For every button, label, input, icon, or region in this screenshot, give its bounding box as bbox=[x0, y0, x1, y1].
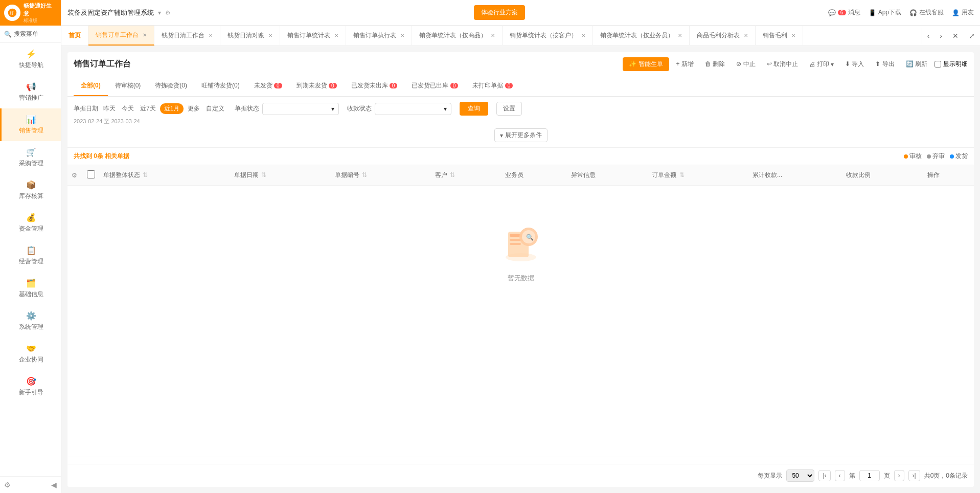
customer-sort-icon[interactable]: ⇅ bbox=[450, 171, 455, 178]
add-button[interactable]: + 新增 bbox=[672, 58, 698, 71]
app-download-item[interactable]: 📱 App下载 bbox=[869, 8, 901, 17]
settings-gear-icon[interactable]: ⚙ bbox=[4, 481, 11, 489]
tab-sales-customer[interactable]: 销货单统计表（按客户） ✕ bbox=[503, 26, 593, 45]
sub-tab-pending-inspection[interactable]: 待拣验货(0) bbox=[148, 76, 194, 96]
industry-solution-button[interactable]: 体验行业方案 bbox=[474, 5, 525, 20]
sub-tab-wangpu[interactable]: 旺铺待发货(0) bbox=[194, 76, 247, 96]
content-wrapper: 销售订单工作台 ✨ 智能生单 + 新增 🗑 删除 ⊘ 中止 ↩ 取消中止 🖨 打… bbox=[67, 52, 974, 487]
tab-close-all-button[interactable]: ✕ bbox=[947, 28, 964, 44]
sales-workbench-tab-label: 销售订单工作台 bbox=[96, 31, 139, 39]
ship-action-button[interactable]: 发货 bbox=[950, 152, 968, 161]
number-sort-icon[interactable]: ⇅ bbox=[362, 171, 367, 178]
online-service-item[interactable]: 🎧 在线客服 bbox=[909, 8, 944, 17]
sub-tab-not-printed[interactable]: 未打印单据 0 bbox=[465, 76, 520, 96]
sales-exec-tab-close[interactable]: ✕ bbox=[400, 33, 404, 38]
collapse-icon[interactable]: ◀ bbox=[51, 481, 57, 489]
sidebar-item-system[interactable]: ⚙️ 系统管理 bbox=[0, 305, 61, 338]
sales-product-tab-close[interactable]: ✕ bbox=[491, 33, 495, 38]
tab-sales-workbench[interactable]: 销售订单工作台 ✕ bbox=[88, 26, 154, 46]
payment-filter-select[interactable]: ▾ bbox=[375, 103, 451, 115]
sidebar-item-guide[interactable]: 🎯 新手引导 bbox=[0, 370, 61, 403]
date-sort-icon[interactable]: ⇅ bbox=[261, 171, 266, 178]
cancel-audit-action-button[interactable]: 弃审 bbox=[927, 152, 945, 161]
sidebar-item-quicknav[interactable]: ⚡ 快捷导航 bbox=[0, 43, 61, 76]
sub-tab-pending[interactable]: 待审核(0) bbox=[108, 76, 148, 96]
status-filter-select[interactable]: ▾ bbox=[262, 103, 339, 115]
delete-button[interactable]: 🗑 删除 bbox=[701, 58, 729, 71]
tab-scroll-next-button[interactable]: › bbox=[935, 28, 947, 44]
tab-sales-product[interactable]: 销货单统计表（按商品） ✕ bbox=[412, 26, 503, 45]
sales-profit-tab-close[interactable]: ✕ bbox=[791, 33, 795, 38]
sub-tab-wangpu-label: 旺铺待发货(0) bbox=[201, 82, 240, 89]
system-title-dropdown-icon[interactable]: ▾ bbox=[158, 9, 161, 16]
tab-expand-button[interactable]: ⤢ bbox=[964, 28, 980, 44]
tab-gross-profit[interactable]: 商品毛利分析表 ✕ bbox=[690, 26, 756, 45]
tab-sales-profit[interactable]: 销售毛利 ✕ bbox=[756, 26, 803, 45]
show-detail-label[interactable]: 显示明细 bbox=[935, 60, 968, 69]
sidebar-item-basic[interactable]: 🗂️ 基础信息 bbox=[0, 272, 61, 305]
sidebar-item-sales[interactable]: 📊 销售管理 bbox=[0, 108, 61, 141]
date-opt-yesterday[interactable]: 昨天 bbox=[101, 103, 118, 114]
per-page-select[interactable]: 10 20 50 100 bbox=[786, 469, 814, 482]
gross-profit-tab-close[interactable]: ✕ bbox=[744, 33, 748, 38]
sub-tab-shipped-warehoused[interactable]: 已发货已出库 0 bbox=[404, 76, 465, 96]
horizontal-scrollbar-area[interactable] bbox=[67, 457, 974, 464]
page-first-button[interactable]: |‹ bbox=[818, 470, 830, 481]
user-item[interactable]: 👤 用友 bbox=[952, 8, 974, 17]
page-last-button[interactable]: ›| bbox=[908, 470, 920, 481]
amount-sort-icon[interactable]: ⇅ bbox=[679, 171, 685, 178]
sidebar-item-inventory[interactable]: 📦 库存核算 bbox=[0, 174, 61, 207]
top-header: 装备及固定资产辅助管理系统 ▾ ⚙ 体验行业方案 💬 6 消息 📱 App下载 … bbox=[61, 0, 980, 26]
sidebar-item-marketing[interactable]: 📢 营销推广 bbox=[0, 76, 61, 108]
page-next-button[interactable]: › bbox=[894, 470, 904, 481]
cancel-stop-button[interactable]: ↩ 取消中止 bbox=[763, 58, 802, 71]
page-prev-button[interactable]: ‹ bbox=[835, 470, 845, 481]
select-all-checkbox[interactable] bbox=[87, 170, 95, 178]
date-opt-today[interactable]: 今天 bbox=[120, 103, 136, 114]
status-sort-icon[interactable]: ⇅ bbox=[143, 171, 148, 178]
sub-tab-all[interactable]: 全部(0) bbox=[74, 76, 108, 96]
stop-button[interactable]: ⊘ 中止 bbox=[732, 58, 759, 71]
tab-sales-stats[interactable]: 销售订单统计表 ✕ bbox=[280, 26, 346, 45]
refresh-button[interactable]: 🔄 刷新 bbox=[902, 58, 931, 71]
tab-home[interactable]: 首页 bbox=[61, 26, 88, 45]
sales-salesperson-tab-close[interactable]: ✕ bbox=[678, 33, 682, 38]
th-salesperson: 业务员 bbox=[501, 165, 567, 186]
sub-tab-not-shipped[interactable]: 未发货 0 bbox=[247, 76, 289, 96]
smart-create-button[interactable]: ✨ 智能生单 bbox=[623, 57, 669, 71]
sales-workbench-tab-close[interactable]: ✕ bbox=[143, 32, 147, 38]
show-detail-checkbox[interactable] bbox=[935, 61, 941, 68]
tab-cash-daily[interactable]: 钱货日清工作台 ✕ bbox=[154, 26, 220, 45]
settings-icon[interactable]: ⚙ bbox=[165, 9, 171, 16]
sidebar-item-operations[interactable]: 📋 经营管理 bbox=[0, 239, 61, 272]
tab-sales-salesperson[interactable]: 销货单统计表（按业务员） ✕ bbox=[593, 26, 690, 45]
import-button[interactable]: ⬇ 导入 bbox=[841, 58, 868, 71]
query-button[interactable]: 查询 bbox=[460, 102, 488, 116]
settings-button[interactable]: 设置 bbox=[496, 102, 522, 116]
export-button[interactable]: ⬆ 导出 bbox=[871, 58, 898, 71]
sidebar-search-item[interactable]: 🔍 搜索菜单 bbox=[0, 26, 61, 43]
column-settings-icon[interactable]: ⚙ bbox=[72, 172, 77, 179]
expand-filter-button[interactable]: ▾ 展开更多条件 bbox=[494, 128, 548, 142]
sidebar-item-purchase[interactable]: 🛒 采购管理 bbox=[0, 141, 61, 174]
tab-scroll-prev-button[interactable]: ‹ bbox=[922, 28, 935, 44]
tab-cash-reconcile[interactable]: 钱货日清对账 ✕ bbox=[220, 26, 280, 45]
date-opt-7days[interactable]: 近7天 bbox=[138, 103, 158, 114]
print-button[interactable]: 🖨 打印 ▾ bbox=[805, 58, 838, 71]
cash-daily-tab-close[interactable]: ✕ bbox=[209, 33, 213, 38]
sub-tab-overdue[interactable]: 到期未发货 0 bbox=[289, 76, 344, 96]
cash-reconcile-tab-close[interactable]: ✕ bbox=[268, 33, 272, 38]
sales-customer-tab-close[interactable]: ✕ bbox=[581, 33, 585, 38]
sidebar-item-finance[interactable]: 💰 资金管理 bbox=[0, 207, 61, 239]
per-page-label: 每页显示 bbox=[758, 472, 782, 480]
date-opt-1month[interactable]: 近1月 bbox=[160, 103, 184, 114]
sales-stats-tab-close[interactable]: ✕ bbox=[334, 33, 338, 38]
date-opt-more[interactable]: 更多 bbox=[186, 103, 202, 114]
page-number-input[interactable] bbox=[859, 470, 880, 481]
tab-sales-exec[interactable]: 销售订单执行表 ✕ bbox=[346, 26, 412, 45]
date-opt-custom[interactable]: 自定义 bbox=[204, 103, 226, 114]
audit-action-button[interactable]: 审核 bbox=[904, 152, 922, 161]
sidebar-item-corp[interactable]: 🤝 企业协同 bbox=[0, 338, 61, 370]
message-item[interactable]: 💬 6 消息 bbox=[828, 8, 860, 17]
sub-tab-shipped-not-warehoused[interactable]: 已发货未出库 0 bbox=[344, 76, 405, 96]
